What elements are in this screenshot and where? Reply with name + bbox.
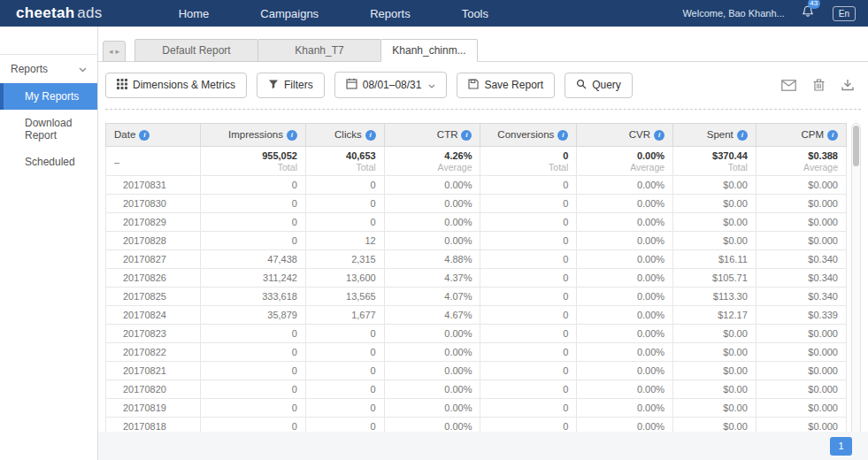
- value-cell: 0: [305, 380, 384, 399]
- info-icon[interactable]: i: [287, 130, 297, 141]
- column-header-spent[interactable]: Spenti: [673, 124, 757, 147]
- value-cell: 333,618: [201, 288, 306, 306]
- value-cell: 0: [305, 176, 384, 195]
- column-header-date[interactable]: Datei: [106, 124, 201, 147]
- value-cell: 0.00%: [384, 343, 480, 362]
- value-cell: 35,879: [201, 306, 306, 325]
- content-footer: [98, 432, 868, 460]
- totals-value: 4.26%: [393, 150, 472, 161]
- value-cell: $0.00: [673, 380, 757, 399]
- chevron-down-icon: [428, 79, 435, 91]
- nav-right: Welcome, Bao Khanh... 43 En: [682, 4, 856, 22]
- totals-cell: 40,653Total: [305, 147, 384, 176]
- table-row: 20170822000.00%00.00%$0.00$0.000: [106, 343, 847, 362]
- column-header-cvr[interactable]: CVRi: [577, 124, 673, 147]
- info-icon[interactable]: i: [365, 130, 376, 141]
- info-icon[interactable]: i: [737, 130, 748, 141]
- vertical-scrollbar[interactable]: [851, 123, 861, 436]
- date-range-button[interactable]: 08/01–08/31: [334, 72, 448, 98]
- dimensions-metrics-label: Dimensions & Metrics: [133, 79, 235, 91]
- save-report-label: Save Report: [484, 79, 543, 91]
- date-cell: 20170827: [106, 250, 201, 269]
- tab-scroll-left-icon[interactable]: ◂: [109, 47, 113, 56]
- column-header-clicks[interactable]: Clicksi: [305, 124, 384, 147]
- table-row: 2017082435,8791,6774.67%00.00%$12.17$0.3…: [106, 306, 847, 325]
- language-selector[interactable]: En: [833, 6, 856, 21]
- totals-cell: 0.00%Average: [577, 147, 673, 176]
- value-cell: 0: [305, 399, 384, 418]
- tab-scroll-right-icon[interactable]: ▸: [116, 47, 120, 56]
- info-icon[interactable]: i: [139, 130, 150, 141]
- value-cell: $105.71: [673, 269, 757, 288]
- trash-icon[interactable]: [813, 79, 825, 91]
- welcome-user-menu[interactable]: Welcome, Bao Khanh...: [682, 8, 784, 19]
- value-cell: $0.00: [673, 195, 757, 213]
- report-tab[interactable]: Khanh_chinm...: [380, 39, 478, 62]
- totals-value: $370.44: [681, 150, 748, 161]
- value-cell: $0.000: [756, 380, 846, 399]
- value-cell: 0.00%: [577, 195, 673, 213]
- sidebar-item-scheduled[interactable]: Scheduled: [0, 149, 97, 175]
- report-tab[interactable]: Default Report: [134, 39, 258, 62]
- value-cell: 13,565: [305, 288, 384, 306]
- tab-list: Default ReportKhanh_T7Khanh_chinm...: [134, 39, 477, 61]
- totals-cell: $0.388Average: [756, 147, 846, 176]
- value-cell: $0.00: [673, 399, 757, 418]
- report-table: DateiImpressionsiClicksiCTRiConversionsi…: [105, 123, 847, 436]
- value-cell: $0.340: [756, 288, 846, 306]
- tab-scroll-arrows[interactable]: ◂ ▸: [103, 41, 126, 62]
- date-cell: 20170820: [106, 380, 201, 399]
- date-cell: 20170823: [106, 325, 201, 343]
- brand-logo[interactable]: cheetahads: [16, 4, 103, 22]
- value-cell: 0.00%: [384, 380, 480, 399]
- sidebar: Reports My ReportsDownload ReportSchedul…: [0, 27, 98, 460]
- nav-item-tools[interactable]: Tools: [449, 7, 501, 20]
- sidebar-item-my-reports[interactable]: My Reports: [0, 83, 97, 110]
- column-header-ctr[interactable]: CTRi: [384, 124, 480, 147]
- sidebar-group-label: Reports: [11, 63, 48, 75]
- report-tab[interactable]: Khanh_T7: [257, 39, 381, 62]
- column-header-conversions[interactable]: Conversionsi: [480, 124, 577, 147]
- query-button[interactable]: Query: [565, 73, 633, 98]
- mail-icon[interactable]: [781, 80, 796, 91]
- date-cell: 20170829: [106, 213, 201, 232]
- nav-item-home[interactable]: Home: [166, 7, 222, 20]
- value-cell: $0.000: [756, 232, 846, 250]
- info-icon[interactable]: i: [557, 130, 568, 141]
- date-cell: 20170819: [106, 399, 201, 418]
- nav-item-campaigns[interactable]: Campaigns: [248, 7, 331, 20]
- filters-button[interactable]: Filters: [257, 73, 325, 98]
- info-icon[interactable]: i: [461, 130, 472, 141]
- column-label: CTR: [437, 129, 458, 140]
- date-cell: 20170828: [106, 232, 201, 250]
- value-cell: 0: [480, 306, 577, 325]
- value-cell: 0: [305, 325, 384, 343]
- nav-item-reports[interactable]: Reports: [357, 7, 423, 20]
- column-label: Spent: [707, 129, 734, 140]
- pagination-page-1[interactable]: 1: [830, 437, 852, 456]
- scrollbar-thumb[interactable]: [853, 126, 859, 166]
- table-row: 20170825333,61813,5654.07%00.00%$113.30$…: [106, 288, 847, 306]
- date-cell: 20170825: [106, 288, 201, 306]
- save-report-button[interactable]: Save Report: [457, 73, 555, 98]
- table-header-row: DateiImpressionsiClicksiCTRiConversionsi…: [106, 124, 847, 147]
- value-cell: 4.88%: [384, 250, 480, 269]
- info-icon[interactable]: i: [654, 130, 664, 141]
- column-header-cpm[interactable]: CPMi: [756, 124, 846, 147]
- column-header-impressions[interactable]: Impressionsi: [201, 124, 306, 147]
- notifications-button[interactable]: 43: [801, 4, 815, 22]
- value-cell: 0.00%: [577, 250, 673, 269]
- download-icon[interactable]: [841, 79, 854, 91]
- value-cell: $16.11: [673, 250, 757, 269]
- value-cell: 0.00%: [384, 213, 480, 232]
- sidebar-group-reports[interactable]: Reports: [0, 54, 97, 83]
- sidebar-item-download-report[interactable]: Download Report: [0, 110, 97, 149]
- table-row: 20170830000.00%00.00%$0.00$0.000: [106, 195, 847, 213]
- info-icon[interactable]: i: [827, 130, 838, 141]
- value-cell: $0.000: [756, 362, 846, 380]
- table-row: 20170820000.00%00.00%$0.00$0.000: [106, 380, 847, 399]
- dimensions-metrics-button[interactable]: Dimensions & Metrics: [105, 73, 247, 98]
- table-row: 2017082747,4382,3154.88%00.00%$16.11$0.3…: [106, 250, 847, 269]
- value-cell: $0.000: [756, 343, 846, 362]
- value-cell: 0: [201, 213, 306, 232]
